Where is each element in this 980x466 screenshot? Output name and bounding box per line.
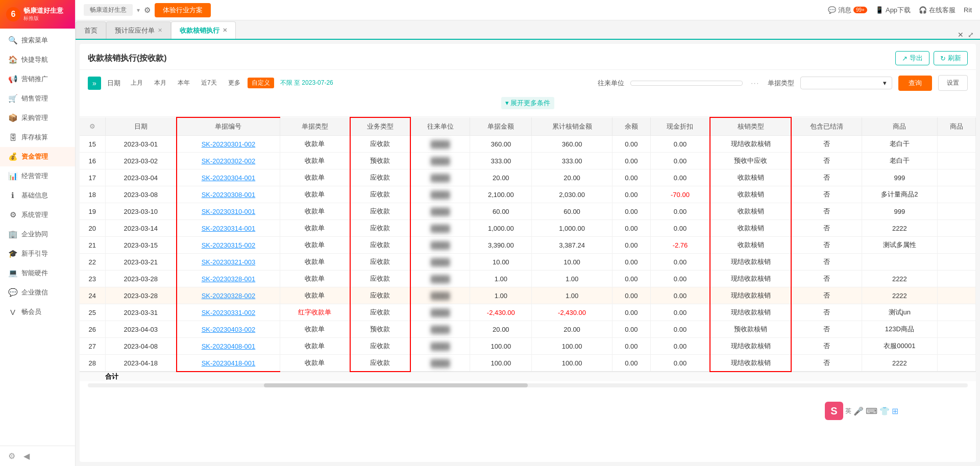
tab-close-collection[interactable]: ✕ bbox=[223, 27, 227, 34]
cell-10-2[interactable]: SK-20230331-002 bbox=[177, 304, 280, 321]
sidebar-item-purchase[interactable]: 📦 采购管理 bbox=[0, 108, 75, 128]
sidebar-item-corp[interactable]: 🏢 企业协同 bbox=[0, 225, 75, 244]
cell-9-12: 2222 bbox=[862, 287, 937, 304]
cell-13-0: 28 bbox=[80, 355, 105, 372]
table-scroll[interactable]: ⚙日期单据编号单据类型业务类型往来单位单据金额累计核销金额余额现金折扣核销类型包… bbox=[80, 117, 976, 381]
date-option-3[interactable]: 近7天 bbox=[197, 78, 221, 88]
table-row: 242023-03-28SK-20230328-002收款单应收款████1.0… bbox=[80, 287, 976, 304]
sidebar-item-basic[interactable]: ℹ 基础信息 bbox=[0, 186, 75, 205]
sidebar-item-guide[interactable]: 🎓 新手引导 bbox=[0, 244, 75, 263]
cell-13-3: 收款单 bbox=[280, 355, 350, 372]
cell-7-11: 否 bbox=[791, 254, 862, 271]
horizontal-scrollbar[interactable] bbox=[88, 383, 968, 387]
date-option-4[interactable]: 更多 bbox=[224, 78, 244, 88]
cell-11-2[interactable]: SK-20230403-002 bbox=[177, 321, 280, 338]
cell-13-2[interactable]: SK-20230418-001 bbox=[177, 355, 280, 372]
cell-8-6: 1.00 bbox=[470, 271, 532, 287]
sidebar-item-sales[interactable]: 🛒 销售管理 bbox=[0, 89, 75, 108]
table-row: 202023-03-14SK-20230314-001收款单应收款████1,0… bbox=[80, 220, 976, 237]
cell-2-2[interactable]: SK-20230304-001 bbox=[177, 169, 280, 186]
topbar-gear-icon[interactable]: ⚙ bbox=[144, 6, 151, 15]
filter-collapse-btn[interactable]: » bbox=[88, 77, 101, 90]
app-download-button[interactable]: 📱 App下载 bbox=[875, 6, 911, 15]
cell-10-8: 0.00 bbox=[612, 304, 650, 321]
footer-cell-1: 合计 bbox=[105, 372, 177, 381]
cell-2-7: 20.00 bbox=[532, 169, 612, 186]
solution-button[interactable]: 体验行业方案 bbox=[155, 3, 211, 17]
collapse-icon[interactable]: ◀ bbox=[23, 451, 30, 461]
table-row: 172023-03-04SK-20230304-001收款单应收款████20.… bbox=[80, 169, 976, 186]
cell-6-2[interactable]: SK-20230315-002 bbox=[177, 237, 280, 254]
filter-dots: ··· bbox=[751, 79, 760, 87]
table-gear-icon[interactable]: ⚙ bbox=[89, 122, 95, 130]
cell-0-10: 现结收款核销 bbox=[710, 136, 791, 153]
sidebar-item-hardware[interactable]: 💻 智能硬件 bbox=[0, 263, 75, 283]
footer-cell-0 bbox=[80, 372, 105, 381]
sidebar-item-shortcut[interactable]: 🏠 快捷导航 bbox=[0, 50, 75, 69]
cell-8-8: 0.00 bbox=[612, 271, 650, 287]
col-header-0: ⚙ bbox=[80, 117, 105, 136]
cell-1-2[interactable]: SK-20230302-002 bbox=[177, 153, 280, 169]
cell-7-6: 10.00 bbox=[470, 254, 532, 271]
partner-input[interactable] bbox=[630, 81, 743, 86]
settings-icon[interactable]: ⚙ bbox=[8, 451, 15, 461]
shortcut-icon: 🏠 bbox=[8, 55, 17, 64]
table-row: 252023-03-31SK-20230331-002红字收款单应收款████-… bbox=[80, 304, 976, 321]
page-title: 收款核销执行(按收款) bbox=[88, 53, 167, 64]
cell-11-12: 123D商品 bbox=[862, 321, 937, 338]
dropdown-arrow-icon[interactable]: ▾ bbox=[137, 7, 140, 14]
filter-bar: » 日期 上月本月本年近7天更多自定义 不限 至 2023-07-26 往来单位… bbox=[80, 70, 976, 117]
cell-4-2[interactable]: SK-20230310-001 bbox=[177, 203, 280, 220]
messages-button[interactable]: 💬 消息 99+ bbox=[828, 6, 867, 15]
tab-home[interactable]: 首页 bbox=[76, 21, 106, 39]
operations-icon: 📊 bbox=[8, 171, 17, 181]
cell-8-11: 否 bbox=[791, 271, 862, 287]
refresh-button[interactable]: ↻ 刷新 bbox=[934, 51, 968, 65]
date-option-1[interactable]: 本月 bbox=[150, 78, 170, 88]
cell-9-6: 1.00 bbox=[470, 287, 532, 304]
sidebar-item-wechat[interactable]: 💬 企业微信 bbox=[0, 283, 75, 302]
cell-12-2[interactable]: SK-20230408-001 bbox=[177, 338, 280, 355]
topbar-brand: 畅康道好生意 bbox=[84, 4, 133, 16]
sidebar-item-inventory[interactable]: 🗄 库存核算 bbox=[0, 128, 75, 147]
sidebar-item-system[interactable]: ⚙ 系统管理 bbox=[0, 205, 75, 225]
sidebar-label-operations: 经营管理 bbox=[21, 171, 48, 181]
cell-4-6: 60.00 bbox=[470, 203, 532, 220]
cell-9-2[interactable]: SK-20230328-002 bbox=[177, 287, 280, 304]
sidebar-item-search[interactable]: 🔍 搜索菜单 bbox=[0, 31, 75, 50]
footer-cell-8 bbox=[612, 372, 650, 381]
maximize-icon[interactable]: ⤢ bbox=[968, 31, 974, 39]
query-button[interactable]: 查询 bbox=[898, 76, 932, 91]
cell-12-9: 0.00 bbox=[650, 338, 710, 355]
cell-5-2[interactable]: SK-20230314-001 bbox=[177, 220, 280, 237]
cell-5-5: ████ bbox=[410, 220, 470, 237]
tab-collection[interactable]: 收款核销执行✕ bbox=[171, 21, 236, 39]
export-button[interactable]: ↗ 导出 bbox=[895, 51, 929, 65]
cell-0-2[interactable]: SK-20230301-002 bbox=[177, 136, 280, 153]
col-header-8: 余额 bbox=[612, 117, 650, 136]
cell-8-2[interactable]: SK-20230328-001 bbox=[177, 271, 280, 287]
tab-close-payables[interactable]: ✕ bbox=[158, 27, 162, 34]
tab-payables[interactable]: 预计应应付单✕ bbox=[106, 21, 171, 39]
sidebar-item-finance[interactable]: 💰 资金管理 bbox=[0, 147, 75, 166]
user-avatar[interactable]: Rit bbox=[964, 6, 972, 14]
sidebar-label-system: 系统管理 bbox=[21, 210, 48, 219]
online-service-button[interactable]: 🎧 在线客服 bbox=[919, 6, 955, 15]
cell-3-2[interactable]: SK-20230308-001 bbox=[177, 186, 280, 203]
receipt-type-select[interactable]: ▾ bbox=[800, 77, 892, 89]
cell-7-2[interactable]: SK-20230321-003 bbox=[177, 254, 280, 271]
scrollbar-thumb[interactable] bbox=[264, 383, 528, 387]
custom-date-button[interactable]: 自定义 bbox=[248, 78, 274, 88]
date-option-2[interactable]: 本年 bbox=[174, 78, 194, 88]
date-option-0[interactable]: 上月 bbox=[127, 78, 147, 88]
settings-button[interactable]: 设置 bbox=[938, 75, 968, 91]
sidebar-item-marketing[interactable]: 📢 营销推广 bbox=[0, 69, 75, 89]
sidebar-item-member[interactable]: V 畅会员 bbox=[0, 302, 75, 322]
close-window-icon[interactable]: ✕ bbox=[958, 31, 964, 39]
expand-more-button[interactable]: ▾ 展开更多条件 bbox=[501, 97, 554, 109]
sidebar-item-operations[interactable]: 📊 经营管理 bbox=[0, 166, 75, 186]
cell-10-0: 25 bbox=[80, 304, 105, 321]
cell-9-4: 应收款 bbox=[350, 287, 410, 304]
sales-icon: 🛒 bbox=[8, 94, 17, 103]
cell-8-4: 应收款 bbox=[350, 271, 410, 287]
